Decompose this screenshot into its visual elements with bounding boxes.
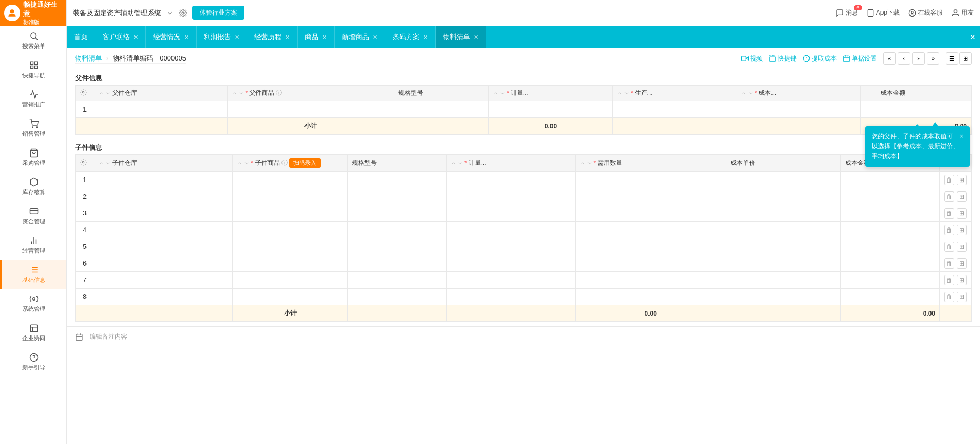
child-delete-5[interactable]: 🗑 bbox=[944, 242, 954, 252]
child-cell-warehouse-2[interactable] bbox=[94, 188, 233, 205]
child-cell-warehouse-4[interactable] bbox=[94, 222, 233, 238]
child-cell-spec-7[interactable] bbox=[348, 272, 447, 289]
sidebar-item-quicknav[interactable]: 快捷导航 bbox=[0, 55, 66, 85]
sidebar-item-corp[interactable]: 企业协同 bbox=[0, 318, 66, 347]
child-cell-warehouse-3[interactable] bbox=[94, 205, 233, 222]
child-cell-spec-8[interactable] bbox=[348, 289, 447, 305]
child-cell-spec-1[interactable] bbox=[348, 172, 447, 188]
child-cell-unitprice-8[interactable] bbox=[726, 289, 825, 305]
nav-prev-prev[interactable]: « bbox=[883, 52, 896, 65]
tooltip-close-btn[interactable]: × bbox=[960, 131, 963, 141]
dropdown-icon[interactable] bbox=[166, 9, 174, 17]
child-cell-unit-3[interactable] bbox=[447, 205, 576, 222]
child-cell-qty-1[interactable] bbox=[575, 172, 726, 188]
child-cell-warehouse-7[interactable] bbox=[94, 272, 233, 289]
tab-goods-close[interactable]: ✕ bbox=[322, 34, 327, 41]
tab-home[interactable]: 首页 bbox=[67, 26, 95, 48]
child-cell-spec-3[interactable] bbox=[348, 205, 447, 222]
tab-newgoods[interactable]: 新增商品 ✕ bbox=[335, 26, 385, 48]
child-cell-unitprice-6[interactable] bbox=[726, 255, 825, 272]
child-cell-unitprice-1[interactable] bbox=[726, 172, 825, 188]
child-cell-qty-8[interactable] bbox=[575, 289, 726, 305]
sidebar-item-sales[interactable]: 销售管理 bbox=[0, 114, 66, 143]
child-cell-goods-5[interactable] bbox=[233, 238, 348, 255]
toolbar-cost[interactable]: 提取成本 bbox=[803, 54, 837, 63]
parent-cell-goods-1[interactable] bbox=[227, 101, 394, 118]
child-cell-unit-1[interactable] bbox=[447, 172, 576, 188]
child-cell-goods-4[interactable] bbox=[233, 222, 348, 238]
child-cell-amount-5[interactable] bbox=[840, 238, 939, 255]
tab-customer[interactable]: 客户联络 ✕ bbox=[95, 26, 146, 48]
toolbar-video[interactable]: 视频 bbox=[741, 54, 763, 63]
parent-cell-produce-1[interactable] bbox=[612, 101, 737, 118]
nav-next-next[interactable]: » bbox=[927, 52, 939, 65]
child-copy-6[interactable]: ⊞ bbox=[957, 258, 967, 269]
sidebar-item-inventory[interactable]: 库存核算 bbox=[0, 172, 66, 201]
child-cell-unit-4[interactable] bbox=[447, 222, 576, 238]
child-delete-8[interactable]: 🗑 bbox=[944, 292, 954, 302]
child-cell-spec-6[interactable] bbox=[348, 255, 447, 272]
parent-cell-amount-1[interactable] bbox=[876, 101, 972, 118]
child-cell-goods-6[interactable] bbox=[233, 255, 348, 272]
sidebar-item-basic[interactable]: 基础信息 bbox=[0, 260, 66, 289]
view-grid[interactable]: ⊞ bbox=[959, 52, 972, 65]
child-cell-unit-6[interactable] bbox=[447, 255, 576, 272]
sidebar-item-system[interactable]: 系统管理 bbox=[0, 289, 66, 318]
child-copy-2[interactable]: ⊞ bbox=[957, 191, 967, 202]
child-cell-spec-2[interactable] bbox=[348, 188, 447, 205]
child-cell-qty-5[interactable] bbox=[575, 238, 726, 255]
child-cell-qty-6[interactable] bbox=[575, 255, 726, 272]
child-cell-unitprice-5[interactable] bbox=[726, 238, 825, 255]
child-cell-amount-3[interactable] bbox=[840, 205, 939, 222]
sidebar-item-finance[interactable]: 资金管理 bbox=[0, 201, 66, 231]
sidebar-item-search[interactable]: 搜索菜单 bbox=[0, 26, 66, 55]
bottom-icon[interactable] bbox=[75, 333, 83, 341]
parent-cell-cost-1[interactable] bbox=[737, 101, 861, 118]
child-cell-goods-8[interactable] bbox=[233, 289, 348, 305]
app-item[interactable]: App下载 bbox=[866, 8, 900, 17]
nav-next[interactable]: › bbox=[912, 52, 925, 65]
child-cell-unit-7[interactable] bbox=[447, 272, 576, 289]
parent-cell-warehouse-1[interactable] bbox=[94, 101, 228, 118]
child-cell-spec-5[interactable] bbox=[348, 238, 447, 255]
tab-bom-close[interactable]: ✕ bbox=[474, 34, 479, 41]
user-item[interactable]: 用友 bbox=[951, 8, 974, 17]
toolbar-single-setting[interactable]: 单据设置 bbox=[843, 54, 877, 63]
support-item[interactable]: 在线客服 bbox=[908, 8, 943, 17]
child-delete-2[interactable]: 🗑 bbox=[944, 191, 954, 202]
child-cell-warehouse-6[interactable] bbox=[94, 255, 233, 272]
child-copy-7[interactable]: ⊞ bbox=[957, 275, 967, 285]
child-cell-qty-2[interactable] bbox=[575, 188, 726, 205]
tab-profit-close[interactable]: ✕ bbox=[235, 34, 239, 41]
child-cell-unitprice-7[interactable] bbox=[726, 272, 825, 289]
sidebar-item-marketing[interactable]: 营销推广 bbox=[0, 85, 66, 114]
child-cell-spec-4[interactable] bbox=[348, 222, 447, 238]
child-cell-amount-4[interactable] bbox=[840, 222, 939, 238]
child-cell-amount-2[interactable] bbox=[840, 188, 939, 205]
tab-goods[interactable]: 商品 ✕ bbox=[298, 26, 335, 48]
message-item[interactable]: 消息 6 bbox=[836, 8, 858, 17]
tab-history[interactable]: 经营历程 ✕ bbox=[247, 26, 298, 48]
child-cell-warehouse-5[interactable] bbox=[94, 238, 233, 255]
child-delete-4[interactable]: 🗑 bbox=[944, 225, 954, 235]
nav-prev[interactable]: ‹ bbox=[898, 52, 910, 65]
trial-button[interactable]: 体验行业方案 bbox=[192, 6, 244, 20]
child-copy-1[interactable]: ⊞ bbox=[957, 175, 967, 185]
child-cell-goods-2[interactable] bbox=[233, 188, 348, 205]
sidebar-item-purchase[interactable]: 采购管理 bbox=[0, 143, 66, 172]
child-cell-amount-1[interactable] bbox=[840, 172, 939, 188]
child-cell-unitprice-4[interactable] bbox=[726, 222, 825, 238]
child-cell-amount-8[interactable] bbox=[840, 289, 939, 305]
child-cell-qty-7[interactable] bbox=[575, 272, 726, 289]
settings-icon[interactable] bbox=[179, 9, 187, 17]
child-copy-4[interactable]: ⊞ bbox=[957, 225, 967, 235]
parent-cell-unit-1[interactable] bbox=[489, 101, 613, 118]
tab-customer-close[interactable]: ✕ bbox=[133, 34, 138, 41]
child-cell-unitprice-3[interactable] bbox=[726, 205, 825, 222]
tab-history-close[interactable]: ✕ bbox=[285, 34, 290, 41]
sidebar-item-guide[interactable]: 新手引导 bbox=[0, 347, 66, 377]
tab-newgoods-close[interactable]: ✕ bbox=[373, 34, 377, 41]
child-cell-goods-3[interactable] bbox=[233, 205, 348, 222]
child-cell-qty-4[interactable] bbox=[575, 222, 726, 238]
child-cell-unit-5[interactable] bbox=[447, 238, 576, 255]
